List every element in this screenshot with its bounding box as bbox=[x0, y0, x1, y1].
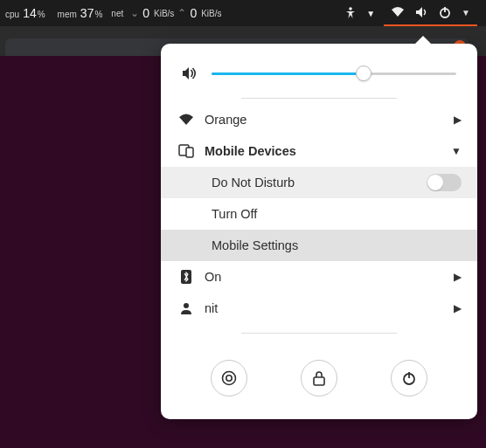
net-up-value: 0 bbox=[190, 6, 197, 20]
svg-rect-9 bbox=[314, 377, 324, 385]
separator bbox=[241, 98, 397, 99]
power-icon bbox=[439, 6, 451, 18]
mem-value: 37 bbox=[80, 6, 94, 20]
lock-button[interactable] bbox=[301, 360, 337, 396]
lock-icon bbox=[312, 370, 326, 386]
power-button[interactable] bbox=[391, 360, 427, 396]
system-tray: ▼ ▼ bbox=[344, 0, 486, 26]
turn-off-label: Turn Off bbox=[212, 207, 462, 221]
svg-rect-4 bbox=[186, 148, 193, 157]
gear-icon bbox=[220, 369, 238, 387]
cpu-value: 14 bbox=[23, 6, 37, 20]
percent-sign: % bbox=[38, 10, 45, 19]
volume-icon bbox=[182, 66, 198, 80]
wifi-icon bbox=[177, 114, 196, 127]
net-down-unit: KiB/s bbox=[154, 9, 174, 18]
net-up-unit: KiB/s bbox=[201, 9, 221, 18]
turn-off-row[interactable]: Turn Off bbox=[161, 198, 477, 230]
system-menu-popover: Orange ▶ Mobile Devices ▼ Do Not Disturb… bbox=[161, 44, 477, 419]
wifi-icon bbox=[391, 6, 405, 18]
svg-point-8 bbox=[226, 376, 231, 381]
wifi-row[interactable]: Orange ▶ bbox=[161, 104, 477, 135]
svg-point-0 bbox=[349, 7, 352, 10]
svg-point-7 bbox=[222, 372, 235, 385]
devices-icon bbox=[177, 144, 196, 158]
up-arrow-icon: ⌃ bbox=[177, 7, 186, 19]
separator bbox=[241, 333, 397, 334]
dnd-label: Do Not Disturb bbox=[212, 176, 427, 190]
net-stat: net ⌄ 0 KiB/s ⌃ 0 KiB/s bbox=[111, 6, 221, 20]
net-down-value: 0 bbox=[142, 6, 149, 20]
dropdown-icon[interactable]: ▼ bbox=[366, 9, 375, 18]
dropdown-icon: ▼ bbox=[462, 8, 470, 17]
cpu-stat: cpu 14 % bbox=[5, 6, 45, 20]
user-row[interactable]: nit ▶ bbox=[161, 293, 477, 324]
down-arrow-icon: ⌄ bbox=[130, 7, 139, 19]
cpu-label: cpu bbox=[5, 10, 19, 19]
mobile-settings-row[interactable]: Mobile Settings bbox=[161, 230, 477, 261]
bluetooth-label: On bbox=[205, 270, 454, 284]
system-status-area[interactable]: ▼ bbox=[384, 0, 477, 26]
volume-icon bbox=[415, 6, 428, 18]
bluetooth-icon bbox=[177, 269, 196, 285]
volume-slider[interactable] bbox=[212, 65, 456, 82]
wifi-label: Orange bbox=[205, 113, 454, 127]
mem-label: mem bbox=[58, 10, 77, 19]
svg-point-6 bbox=[184, 303, 189, 308]
action-buttons bbox=[161, 339, 477, 403]
user-label: nit bbox=[205, 301, 454, 315]
slider-fill bbox=[212, 72, 364, 75]
settings-button[interactable] bbox=[211, 360, 247, 396]
mobile-settings-label: Mobile Settings bbox=[212, 238, 462, 252]
mobile-devices-label: Mobile Devices bbox=[205, 144, 451, 158]
top-bar: cpu 14 % mem 37 % net ⌄ 0 KiB/s ⌃ 0 KiB/… bbox=[0, 0, 486, 26]
power-icon bbox=[401, 370, 417, 386]
user-icon bbox=[177, 301, 196, 315]
chevron-right-icon: ▶ bbox=[454, 302, 462, 314]
mobile-devices-row[interactable]: Mobile Devices ▼ bbox=[161, 135, 477, 167]
slider-thumb[interactable] bbox=[356, 65, 371, 81]
volume-row bbox=[161, 65, 477, 89]
chevron-right-icon: ▶ bbox=[454, 114, 462, 126]
chevron-right-icon: ▶ bbox=[454, 271, 462, 283]
bluetooth-row[interactable]: On ▶ bbox=[161, 261, 477, 293]
dnd-toggle[interactable] bbox=[427, 174, 462, 191]
do-not-disturb-row[interactable]: Do Not Disturb bbox=[161, 167, 477, 198]
percent-sign: % bbox=[94, 10, 102, 19]
accessibility-icon[interactable] bbox=[344, 6, 358, 20]
net-label: net bbox=[111, 9, 123, 18]
chevron-down-icon: ▼ bbox=[451, 145, 462, 157]
mem-stat: mem 37 % bbox=[58, 6, 103, 20]
toggle-knob bbox=[427, 175, 443, 190]
